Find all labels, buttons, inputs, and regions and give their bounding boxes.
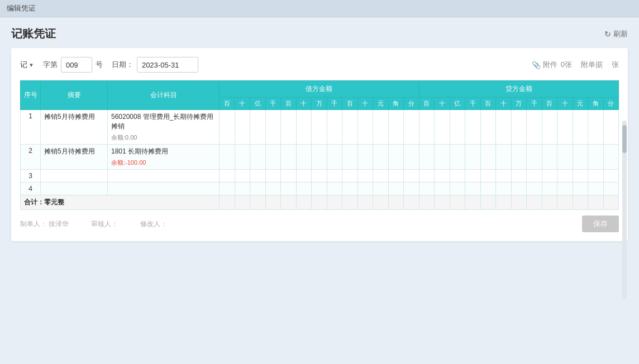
zi-group: 字第 号 — [43, 57, 103, 73]
form-row: 记 ▼ 字第 号 日期： 📎 附件 0张 附单据 张 — [20, 57, 619, 73]
sh-jiao1: 角 — [388, 98, 404, 110]
refresh-icon: ↻ — [604, 30, 611, 39]
attachment-area: 📎 附件 0张 附单据 张 — [532, 60, 619, 70]
voucher-type-dropdown-icon[interactable]: ▼ — [28, 62, 34, 68]
sh-shi5: 十 — [496, 98, 512, 110]
row2-seq: 2 — [21, 145, 41, 170]
auditor-label: 审核人： — [91, 219, 118, 229]
sh-shi6: 十 — [557, 98, 573, 110]
sh-bai2: 百 — [281, 98, 297, 110]
sh-bai3: 百 — [342, 98, 358, 110]
row2-account-text: 1801 长期待摊费用 — [111, 147, 216, 156]
zhang-label: 张 — [612, 60, 619, 70]
col-header-account: 会计科目 — [108, 81, 220, 110]
date-label: 日期： — [112, 60, 133, 70]
row1-account[interactable]: 56020008 管理费用_长期待摊费用摊销 余额:0.00 — [108, 110, 220, 145]
row3-summary[interactable] — [41, 170, 108, 183]
sh-shi4: 十 — [435, 98, 450, 110]
voucher-card: 记 ▼ 字第 号 日期： 📎 附件 0张 附单据 张 — [11, 48, 628, 241]
sh-qian2: 千 — [327, 98, 342, 110]
row4-account[interactable] — [108, 183, 220, 195]
sh-yuan2: 元 — [573, 98, 588, 110]
creator-label: 制单人： 徐泽华 — [20, 219, 69, 229]
sh-yi2: 亿 — [450, 98, 465, 110]
row1-balance: 余额:0.00 — [111, 133, 216, 142]
scrollbar-thumb[interactable] — [622, 125, 627, 153]
footer-row: 制单人： 徐泽华 审核人： 修改人： 保存 — [20, 210, 619, 232]
row2-account[interactable]: 1801 长期待摊费用 余额:-100.00 — [108, 145, 220, 170]
attachment-link[interactable]: 📎 附件 0张 — [532, 60, 572, 70]
refresh-label: 刷新 — [613, 29, 628, 39]
voucher-type-text: 记 — [20, 60, 27, 70]
table-row: 3 — [21, 170, 619, 183]
attachment-icon: 📎 — [532, 61, 541, 69]
table-row: 1 摊销5月待摊费用 56020008 管理费用_长期待摊费用摊销 余额:0.0… — [21, 110, 619, 145]
row4-summary[interactable] — [41, 183, 108, 195]
sh-qian3: 千 — [465, 98, 481, 110]
col-header-credit: 贷方金额 — [419, 81, 619, 98]
row1-summary[interactable]: 摊销5月待摊费用 — [41, 110, 108, 145]
total-row: 合计：零元整 — [21, 195, 619, 210]
voucher-table: 序号 摘要 会计科目 借方金额 贷方金额 百 十 亿 千 百 十 万 — [20, 80, 619, 210]
sh-bai4: 百 — [419, 98, 435, 110]
modifier-label: 修改人： — [140, 219, 167, 229]
title-bar: 编辑凭证 — [0, 0, 639, 17]
save-button[interactable]: 保存 — [582, 215, 619, 232]
sh-shi3: 十 — [357, 98, 373, 110]
sh-shi1: 十 — [235, 98, 250, 110]
sh-fen1: 分 — [404, 98, 419, 110]
sh-bai6: 百 — [542, 98, 557, 110]
row4-seq: 4 — [21, 183, 41, 195]
attachment-label: 附件 — [543, 60, 557, 70]
table-row: 2 摊销5月待摊费用 1801 长期待摊费用 余额:-100.00 — [21, 145, 619, 170]
row1-seq: 1 — [21, 110, 41, 145]
sh-shi2: 十 — [296, 98, 312, 110]
row3-seq: 3 — [21, 170, 41, 183]
sh-wan2: 万 — [511, 98, 527, 110]
page-title: 记账凭证 — [11, 26, 56, 41]
attachment-count: 0张 — [561, 60, 572, 70]
table-wrapper: 序号 摘要 会计科目 借方金额 贷方金额 百 十 亿 千 百 十 万 — [20, 80, 619, 210]
date-input[interactable] — [137, 57, 198, 73]
col-header-summary: 摘要 — [41, 81, 108, 110]
total-label: 合计：零元整 — [21, 195, 220, 210]
sh-jiao2: 角 — [588, 98, 604, 110]
sh-bai1: 百 — [220, 98, 235, 110]
title-bar-label: 编辑凭证 — [7, 4, 36, 12]
col-header-seq: 序号 — [21, 81, 41, 110]
row2-balance: 余额:-100.00 — [111, 159, 216, 167]
row1-account-text: 56020008 管理费用_长期待摊费用摊销 — [111, 112, 216, 131]
attach-doc-label: 附单据 — [581, 60, 603, 70]
hao-label: 号 — [96, 60, 103, 70]
scrollbar[interactable] — [622, 121, 627, 299]
date-group: 日期： — [112, 57, 198, 73]
sh-yuan1: 元 — [373, 98, 389, 110]
sh-qian1: 千 — [265, 98, 281, 110]
voucher-number-input[interactable] — [61, 57, 92, 73]
zi-label: 字第 — [43, 60, 58, 70]
table-row: 4 — [21, 183, 619, 195]
sh-fen2: 分 — [603, 98, 619, 110]
sh-yi1: 亿 — [250, 98, 266, 110]
col-header-debit: 借方金额 — [220, 81, 419, 98]
sh-qian4: 千 — [527, 98, 542, 110]
row3-account[interactable] — [108, 170, 220, 183]
row2-summary[interactable]: 摊销5月待摊费用 — [41, 145, 108, 170]
refresh-button[interactable]: ↻ 刷新 — [604, 29, 628, 39]
voucher-type-group: 记 ▼ — [20, 60, 34, 70]
sh-wan1: 万 — [312, 98, 327, 110]
sh-bai5: 百 — [480, 98, 496, 110]
